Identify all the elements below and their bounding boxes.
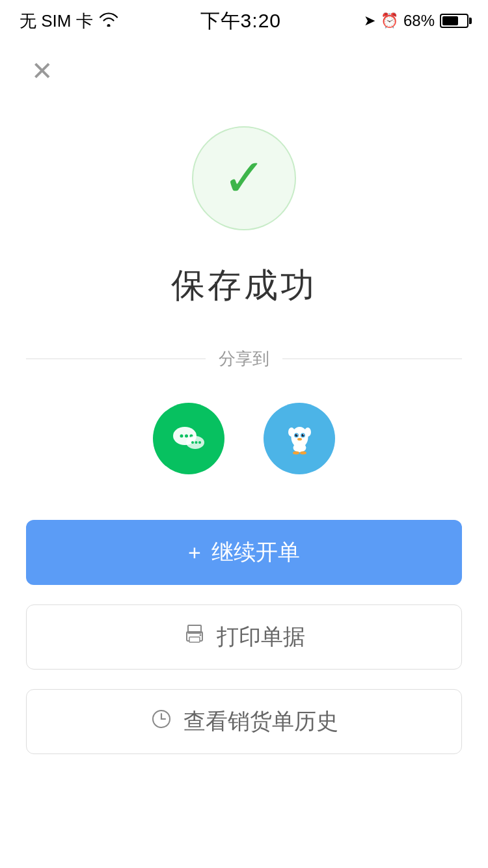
svg-rect-23 bbox=[189, 637, 200, 642]
divider-line-left bbox=[26, 359, 206, 359]
svg-point-17 bbox=[305, 427, 311, 437]
qq-share-button[interactable] bbox=[264, 403, 335, 474]
print-button[interactable]: 打印单据 bbox=[26, 604, 462, 670]
share-divider: 分享到 bbox=[26, 347, 462, 370]
svg-point-7 bbox=[198, 441, 201, 444]
status-bar: 无 SIM 卡 下午3:20 ➤ ⏰ 68% bbox=[0, 0, 488, 42]
svg-point-1 bbox=[180, 434, 183, 437]
close-button[interactable]: ✕ bbox=[26, 55, 59, 87]
close-icon: ✕ bbox=[31, 58, 53, 84]
status-left: 无 SIM 卡 bbox=[20, 10, 118, 33]
share-icons bbox=[153, 403, 335, 474]
svg-point-24 bbox=[200, 634, 202, 636]
svg-point-15 bbox=[297, 438, 302, 441]
no-sim-label: 无 SIM 卡 bbox=[20, 10, 93, 33]
qq-icon bbox=[278, 418, 321, 460]
battery-icon bbox=[440, 14, 468, 28]
svg-point-5 bbox=[191, 441, 194, 444]
success-icon-wrap: ✓ bbox=[192, 126, 296, 230]
divider-line-right bbox=[282, 359, 462, 359]
svg-point-20 bbox=[300, 451, 306, 454]
location-icon: ➤ bbox=[364, 12, 375, 29]
history-icon bbox=[150, 707, 173, 736]
svg-point-6 bbox=[195, 441, 197, 444]
share-label: 分享到 bbox=[219, 347, 269, 370]
status-right: ➤ ⏰ 68% bbox=[364, 12, 468, 30]
continue-button[interactable]: + 继续开单 bbox=[26, 520, 462, 585]
wifi-icon bbox=[100, 11, 118, 31]
history-button[interactable]: 查看销货单历史 bbox=[26, 689, 462, 754]
svg-point-19 bbox=[293, 451, 299, 454]
continue-label: 继续开单 bbox=[211, 537, 300, 567]
svg-point-16 bbox=[288, 427, 295, 437]
print-icon bbox=[183, 623, 206, 651]
svg-point-14 bbox=[303, 434, 304, 435]
checkmark-icon: ✓ bbox=[223, 152, 266, 204]
wechat-share-button[interactable] bbox=[153, 403, 224, 474]
main-content: ✓ 保存成功 分享到 bbox=[0, 87, 488, 868]
alarm-icon: ⏰ bbox=[381, 12, 398, 29]
svg-point-2 bbox=[185, 434, 188, 437]
svg-point-13 bbox=[296, 434, 297, 435]
svg-point-18 bbox=[293, 443, 306, 452]
plus-icon: + bbox=[188, 540, 201, 565]
action-buttons: + 继续开单 打印单据 查看销货单历史 bbox=[26, 520, 462, 754]
history-label: 查看销货单历史 bbox=[183, 707, 338, 737]
success-title: 保存成功 bbox=[171, 263, 317, 308]
battery-percent: 68% bbox=[403, 12, 435, 30]
wechat-icon bbox=[168, 418, 210, 460]
status-time: 下午3:20 bbox=[200, 8, 281, 34]
print-label: 打印单据 bbox=[217, 622, 305, 652]
